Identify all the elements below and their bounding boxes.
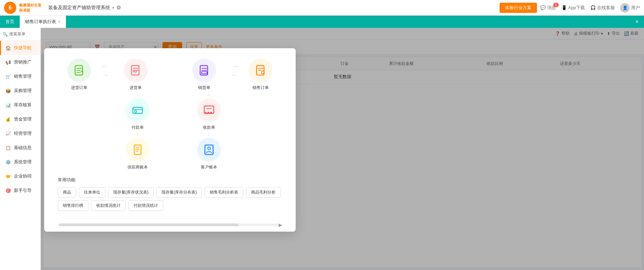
- purchase-slip-label: 进货单: [129, 85, 142, 91]
- phone-icon: 📱: [561, 5, 567, 10]
- dropdown-arrow-icon[interactable]: ▾: [112, 5, 114, 10]
- modal-scrollbar[interactable]: [58, 223, 282, 226]
- modal-scrollbar-thumb: [59, 223, 239, 226]
- top-header: 6 畅康通好生意 标准版 装备及固定资产辅助管理系统 ▾ ⚙ 体验行业方案 💬 …: [0, 0, 644, 16]
- down-arrow-payment: ↓: [136, 130, 139, 137]
- logo-area: 6 畅康通好生意 标准版: [4, 2, 45, 14]
- sidebar-item-quick-nav[interactable]: 🏠 快捷导航: [0, 41, 40, 55]
- sidebar-item-enterprise[interactable]: 🤝 企业协同: [0, 169, 40, 183]
- purchase-order-icon: [67, 58, 91, 82]
- flow-section: 进货订单 - - → 进货单: [58, 58, 282, 170]
- flow-item-sales-slip[interactable]: 销货单: [183, 58, 226, 91]
- search-icon: 🔍: [3, 32, 8, 37]
- func-btn-goods-gross[interactable]: 商品毛利分析: [246, 187, 281, 198]
- sales-slip-icon: [192, 58, 216, 82]
- quick-nav-icon: 🏠: [5, 45, 11, 51]
- base-info-icon: 📋: [5, 145, 11, 151]
- func-btn-receipt-stats[interactable]: 收款情况统计: [91, 200, 126, 211]
- flow-item-payment[interactable]: 付款单: [116, 98, 160, 130]
- nav-tabs: 首页 销售订单执行表 × ×: [0, 16, 644, 28]
- supplier-ledger-icon: [126, 138, 150, 162]
- flow-item-customer-ledger[interactable]: 客户账本: [187, 138, 231, 170]
- page-body: ❓ 帮助 🖨 按模板打印 ▾ ⬆ 导出 🔄 刷新: [41, 28, 644, 270]
- app-container: 6 畅康通好生意 标准版 装备及固定资产辅助管理系统 ▾ ⚙ 体验行业方案 💬 …: [0, 0, 644, 270]
- sidebar-item-system[interactable]: ⚙️ 系统管理: [0, 155, 40, 169]
- purchase-slip-icon: [124, 58, 147, 82]
- func-btn-contacts[interactable]: 往来单位: [79, 187, 105, 198]
- sidebar-item-finance[interactable]: 💰 资金管理: [0, 112, 40, 126]
- message-badge: 5: [553, 3, 559, 7]
- message-icon: 💬: [540, 5, 546, 10]
- modal-box: 进货订单 - - → 进货单: [44, 48, 296, 232]
- sales-order-label: 销售订单: [253, 85, 269, 91]
- modal-overlay[interactable]: 进货订单 - - → 进货单: [41, 28, 644, 270]
- sidebar-item-purchase[interactable]: 📦 采购管理: [0, 84, 40, 98]
- scroll-right-icon[interactable]: ▶: [279, 222, 282, 228]
- sidebar-search[interactable]: 🔍 搜索菜单: [0, 28, 40, 41]
- user-menu[interactable]: 👤 用户: [620, 3, 640, 13]
- flow-item-sales-order[interactable]: 销售订单: [240, 58, 282, 91]
- arrow-purchase-to-slip: - - →: [100, 62, 114, 79]
- sales-slip-label: 销货单: [198, 85, 210, 91]
- sidebar-item-newbie[interactable]: 🎯 新手引导: [0, 183, 40, 198]
- purchase-order-label: 进货订单: [71, 85, 87, 91]
- svg-point-25: [208, 147, 210, 150]
- flow-item-receipt[interactable]: 收款单: [187, 98, 231, 130]
- headset-icon: 🎧: [590, 5, 596, 10]
- logo-text: 畅康通好生意 标准版: [19, 3, 41, 13]
- payment-icon: [126, 98, 150, 122]
- common-functions: 常用功能 商品 往来单位 现存量(库存状况表) 现存量(库存分布表) 销售毛利分…: [58, 177, 282, 211]
- func-buttons-row2: 销售排行榜 收款情况统计 付款情况统计: [58, 200, 282, 211]
- trial-button[interactable]: 体验行业方案: [500, 3, 537, 13]
- enterprise-icon: 🤝: [5, 173, 11, 179]
- payment-label: 付款单: [132, 125, 144, 130]
- purchase-icon: 📦: [5, 88, 11, 94]
- system-name: 装备及固定资产辅助管理系统: [48, 5, 110, 11]
- tab-close-icon[interactable]: ×: [58, 19, 60, 24]
- user-avatar: 👤: [620, 3, 630, 13]
- flow-item-supplier-ledger[interactable]: 供应商账本: [116, 138, 160, 170]
- flow-item-purchase-order[interactable]: 进货订单: [58, 58, 100, 91]
- down-arrow-receipt: ↓: [208, 130, 211, 137]
- func-btn-goods[interactable]: 商品: [58, 187, 76, 198]
- customer-ledger-label: 客户账本: [201, 164, 217, 170]
- receipt-icon: [197, 98, 221, 122]
- close-all-button[interactable]: ×: [630, 19, 644, 25]
- system-title: 装备及固定资产辅助管理系统 ▾ ⚙: [48, 4, 496, 11]
- receipt-label: 收款单: [203, 125, 215, 130]
- message-button[interactable]: 💬 消息 5: [540, 5, 556, 11]
- sidebar-item-sales[interactable]: 🛒 销售管理: [0, 69, 40, 84]
- finance-icon: 💰: [5, 116, 11, 122]
- func-btn-stock-dist[interactable]: 现存量(库存分布表): [156, 187, 202, 198]
- main-content: 🔍 搜索菜单 🏠 快捷导航 📢 营销推广 🛒 销售管理 📦 采购管理 📊: [0, 28, 644, 270]
- func-btn-sales-gross[interactable]: 销售毛利分析表: [205, 187, 243, 198]
- sidebar-item-inventory[interactable]: 📊 库存核算: [0, 98, 40, 112]
- header-right: 💬 消息 5 📱 App下载 🎧 在线客服 👤 用户: [540, 3, 640, 13]
- settings-icon[interactable]: ⚙: [116, 4, 121, 11]
- online-service-button[interactable]: 🎧 在线客服: [590, 5, 615, 11]
- tab-sales-order[interactable]: 销售订单执行表 ×: [20, 16, 66, 28]
- down-arrow-sales: ↓: [208, 91, 211, 97]
- func-btn-stock-status[interactable]: 现存量(库存状况表): [108, 187, 154, 198]
- func-btn-sales-rank[interactable]: 销售排行榜: [58, 200, 88, 211]
- common-title: 常用功能: [58, 177, 282, 183]
- app-download-button[interactable]: 📱 App下载: [561, 5, 585, 11]
- sidebar-item-operations[interactable]: 📈 经营管理: [0, 126, 40, 141]
- marketing-icon: 📢: [5, 59, 11, 65]
- tab-home[interactable]: 首页: [0, 16, 20, 28]
- func-buttons-row1: 商品 往来单位 现存量(库存状况表) 现存量(库存分布表) 销售毛利分析表 商品…: [58, 187, 282, 198]
- sidebar-item-base-info[interactable]: 📋 基础信息: [0, 141, 40, 155]
- newbie-icon: 🎯: [5, 187, 11, 194]
- svg-rect-15: [133, 107, 142, 113]
- arrow-sales-order-to-slip: - - →: [226, 62, 240, 79]
- sidebar-item-marketing[interactable]: 📢 营销推广: [0, 55, 40, 69]
- sidebar: 🔍 搜索菜单 🏠 快捷导航 📢 营销推广 🛒 销售管理 📦 采购管理 📊: [0, 28, 41, 270]
- sales-icon: 🛒: [5, 73, 11, 79]
- down-arrow-purchase: ↓: [136, 91, 139, 97]
- svg-point-17: [135, 110, 137, 112]
- operations-icon: 📈: [5, 130, 11, 137]
- supplier-ledger-label: 供应商账本: [127, 164, 148, 170]
- func-btn-payment-stats[interactable]: 付款情况统计: [128, 200, 163, 211]
- svg-rect-10: [202, 72, 207, 74]
- flow-item-purchase-slip[interactable]: 进货单: [114, 58, 157, 91]
